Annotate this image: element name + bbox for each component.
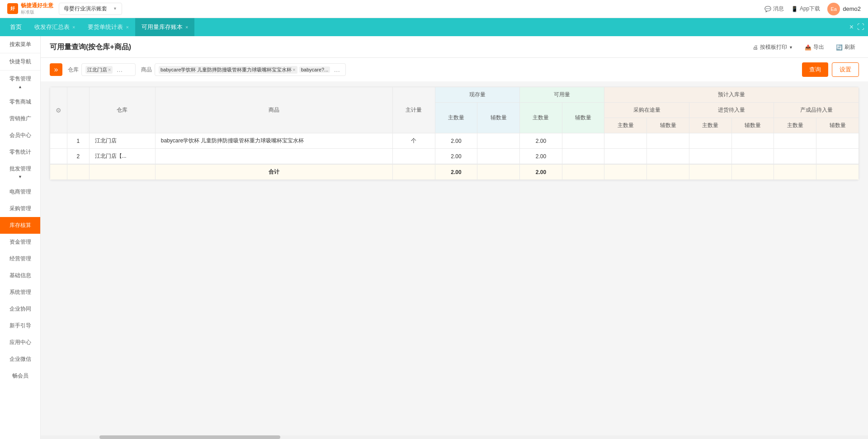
tab-home-label: 首页 <box>10 23 22 31</box>
inventory-label: 库存核算 <box>9 222 31 229</box>
finance-label: 资金管理 <box>9 238 31 246</box>
username: demo2 <box>843 5 861 12</box>
warehouse-filter-group: 仓库 江北门店 × … <box>68 63 136 76</box>
sidebar-item-wholesale-mgmt[interactable]: 批发管理 ▼ <box>0 160 40 184</box>
row-unit-cell <box>392 149 435 165</box>
warehouse-more-button[interactable]: … <box>114 66 124 73</box>
user-avatar-area[interactable]: Ea demo2 <box>827 3 861 15</box>
product-tag-1: babycare学饮杯 儿童防摔防撞吸管杯重力球吸嘴杯宝宝水杯 × <box>159 66 297 74</box>
nav-tabs-bar: 首页 收发存汇总表 × 要货单统计表 × 可用量库存账本 × × ⛶ <box>0 18 868 36</box>
col-product-header: 商品 <box>155 87 392 133</box>
footer-unit-cell <box>392 164 435 180</box>
gear-icon[interactable]: ⚙ <box>56 107 61 114</box>
purchase-label: 采购管理 <box>9 205 31 212</box>
sidebar-item-corp-wechat[interactable]: 企业微信 <box>0 351 40 368</box>
sidebar-item-retail-mgmt[interactable]: 零售管理 ▲ <box>0 71 40 94</box>
sidebar-item-search-menu[interactable]: 搜索菜单 <box>0 36 40 53</box>
row-prod-main-cell <box>774 133 816 149</box>
app-download-button[interactable]: 📱 App下载 <box>791 5 820 13</box>
industry-label: 母婴行业演示账套 <box>64 5 107 13</box>
sidebar-item-app-center[interactable]: 应用中心 <box>0 334 40 351</box>
row-no-cell: 1 <box>67 133 90 149</box>
sidebar-item-system[interactable]: 系统管理 <box>0 284 40 301</box>
product-more-button[interactable]: … <box>332 66 342 73</box>
settings-button[interactable]: 设置 <box>832 62 859 77</box>
export-button[interactable]: 📤 导出 <box>801 42 828 53</box>
print-icon: 🖨 <box>753 44 758 51</box>
filter-expand-button[interactable]: » <box>50 63 62 76</box>
table-row: 1 江北门店 babycare学饮杯 儿童防摔防撞吸管杯重力球吸嘴杯宝宝水杯 个… <box>50 133 859 149</box>
sidebar-item-member[interactable]: 会员中心 <box>0 127 40 144</box>
industry-select[interactable]: 母婴行业演示账套 ▼ <box>59 3 122 15</box>
sidebar-item-retail-mall[interactable]: 零售商城 <box>0 94 40 110</box>
sidebar-item-newbie[interactable]: 新手引导 <box>0 317 40 334</box>
warehouse-filter-input[interactable]: 江北门店 × … <box>81 63 136 76</box>
template-print-label: 按模板打印 <box>760 43 787 51</box>
horizontal-scrollbar[interactable] <box>41 435 868 439</box>
tab-order[interactable]: 要货单统计表 × <box>81 18 135 36</box>
tab-close-all-button[interactable]: × <box>849 23 854 31</box>
sidebar-item-member2[interactable]: 畅会员 <box>0 368 40 384</box>
product-filter-input[interactable]: babycare学饮杯 儿童防摔防撞吸管杯重力球吸嘴杯宝宝水杯 × babyca… <box>155 63 346 76</box>
top-bar: 好 畅捷通好生意 标准版 母婴行业演示账套 ▼ 💬 消息 📱 App下载 Ea … <box>0 0 868 18</box>
product-filter-label: 商品 <box>141 66 152 74</box>
retail-mall-label: 零售商城 <box>9 98 31 106</box>
query-button[interactable]: 查询 <box>802 62 828 77</box>
sidebar-item-enterprise[interactable]: 企业协同 <box>0 301 40 317</box>
refresh-button[interactable]: 🔄 刷新 <box>832 42 859 53</box>
tab-available-close[interactable]: × <box>185 24 188 30</box>
retail-stats-label: 零售统计 <box>9 148 31 156</box>
footer-no-cell <box>67 164 90 180</box>
tab-order-close[interactable]: × <box>126 24 128 30</box>
tab-order-label: 要货单统计表 <box>88 23 123 31</box>
nav-tabs-actions: × ⛶ <box>849 23 868 31</box>
tab-maximize-button[interactable]: ⛶ <box>857 23 864 31</box>
top-bar-right: 💬 消息 📱 App下载 Ea demo2 <box>764 3 861 15</box>
tab-receive[interactable]: 收发存汇总表 × <box>28 18 81 36</box>
row-stock-aux-cell <box>477 133 520 149</box>
newbie-label: 新手引导 <box>9 322 31 330</box>
sidebar-item-operations[interactable]: 经营管理 <box>0 250 40 267</box>
row-pt-main-cell <box>604 149 647 165</box>
export-icon: 📤 <box>805 44 811 51</box>
row-avail-aux-cell <box>562 133 604 149</box>
wholesale-mgmt-arrow: ▼ <box>18 175 22 179</box>
warehouse-tag-remove[interactable]: × <box>108 67 111 72</box>
sidebar-item-purchase[interactable]: 采购管理 <box>0 200 40 217</box>
sidebar-item-basic-info[interactable]: 基础信息 <box>0 267 40 284</box>
col-avail-aux-header: 辅数量 <box>562 103 604 133</box>
refresh-label: 刷新 <box>844 43 855 51</box>
sidebar-item-finance[interactable]: 资金管理 <box>0 234 40 250</box>
footer-pt-main-cell <box>604 164 647 180</box>
chat-button[interactable]: 💬 消息 <box>764 5 784 13</box>
product-tag-1-remove[interactable]: × <box>292 67 295 72</box>
filter-actions: 查询 设置 <box>802 62 859 77</box>
sidebar-item-inventory[interactable]: 库存核算 <box>0 217 40 234</box>
tab-receive-close[interactable]: × <box>72 24 75 30</box>
avatar: Ea <box>827 3 840 15</box>
row-settings-cell <box>50 133 67 149</box>
col-settings-header[interactable]: ⚙ <box>50 87 67 133</box>
tab-receive-label: 收发存汇总表 <box>34 23 70 31</box>
wholesale-mgmt-label: 批发管理 <box>9 165 31 173</box>
sidebar-item-ecommerce[interactable]: 电商管理 <box>0 184 40 200</box>
sidebar-item-quick-nav[interactable]: 快捷导航 <box>0 53 40 71</box>
tab-home[interactable]: 首页 <box>4 18 28 36</box>
filter-bar: » 仓库 江北门店 × … 商品 babycare学饮杯 儿童防摔防撞吸管杯重力… <box>41 58 868 81</box>
tab-available[interactable]: 可用量库存账本 × <box>135 18 194 36</box>
sidebar-item-marketing[interactable]: 营销推广 <box>0 110 40 127</box>
scroll-thumb[interactable] <box>99 435 280 439</box>
row-warehouse-cell: 江北门店 <box>89 133 155 149</box>
template-print-button[interactable]: 🖨 按模板打印 ▼ <box>749 42 797 53</box>
product-filter-group: 商品 babycare学饮杯 儿童防摔防撞吸管杯重力球吸嘴杯宝宝水杯 × bab… <box>141 63 346 76</box>
export-label: 导出 <box>813 43 824 51</box>
col-production-header: 产成品待入量 <box>774 103 859 118</box>
col-incoming-aux-header: 辅数量 <box>731 118 774 133</box>
corp-wechat-label: 企业微信 <box>9 355 31 363</box>
col-warehouse-header: 仓库 <box>89 87 155 133</box>
col-main-unit-header: 主计量 <box>392 87 435 133</box>
row-prod-aux-cell <box>816 149 859 165</box>
row-product-cell <box>155 149 392 165</box>
sidebar-item-retail-stats[interactable]: 零售统计 <box>0 144 40 160</box>
app-icon: 📱 <box>791 6 798 12</box>
